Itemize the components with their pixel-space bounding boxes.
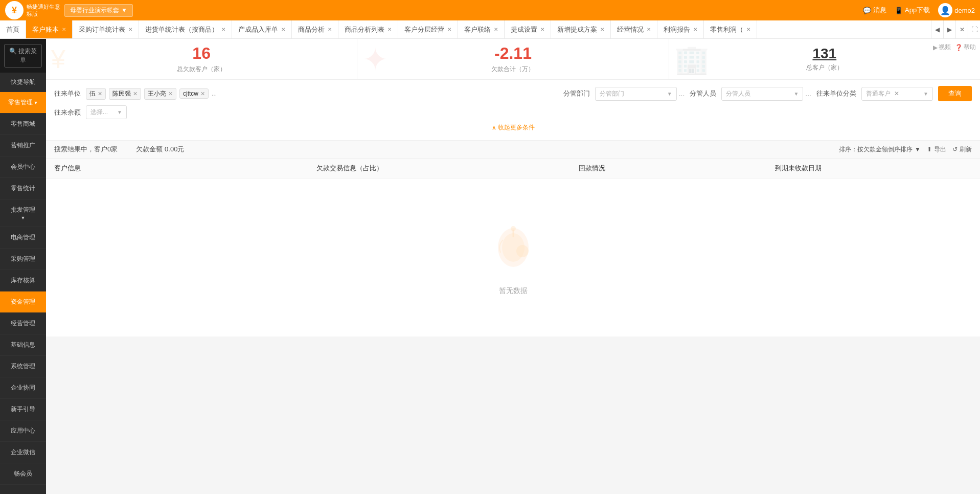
content-area: ¥ 16 总欠款客户（家） ✦ -2.11 欠款合计（万） 🏢 131 总客户（…: [46, 39, 980, 494]
close-category-tag[interactable]: ✕: [894, 90, 899, 97]
stat-debt-amount: ✦ -2.11 欠款合计（万）: [357, 39, 669, 79]
person-clear-btn[interactable]: ...: [805, 89, 811, 98]
svg-point-2: [516, 245, 529, 257]
filter-more-btn[interactable]: ...: [212, 90, 217, 97]
sidebar-item-retail-stats[interactable]: 零售统计: [0, 178, 46, 199]
close-tab-customer-segment[interactable]: ✕: [447, 27, 451, 32]
query-button[interactable]: 查询: [938, 86, 972, 101]
tab-improve-settings[interactable]: 提成设置 ✕: [505, 20, 551, 39]
close-tab-profit-report[interactable]: ✕: [693, 27, 697, 32]
stat-bg-icon-3: 🏢: [674, 42, 710, 76]
close-tab-product-analysis[interactable]: ✕: [328, 27, 332, 32]
sidebar-item-vip[interactable]: 畅会员: [0, 463, 46, 485]
col-header-repay: 回款情况: [579, 164, 776, 173]
tab-production-inbound[interactable]: 产成品入库单 ✕: [232, 20, 292, 39]
sidebar-item-inventory[interactable]: 库存核算: [0, 270, 46, 291]
empty-text: 暂无数据: [499, 286, 528, 296]
sidebar-item-member[interactable]: 会员中心: [0, 156, 46, 178]
nav-next-arrow[interactable]: ▶: [943, 20, 955, 39]
sidebar-item-finance[interactable]: 资金管理: [0, 291, 46, 313]
refresh-btn[interactable]: ↺ 刷新: [952, 145, 972, 154]
tab-product-analysis-list[interactable]: 商品分析列表 ✕: [338, 20, 398, 39]
account-dropdown[interactable]: 母婴行业演示帐套 ▼: [64, 4, 133, 17]
sidebar-item-business[interactable]: 经营管理: [0, 313, 46, 334]
sidebar-quick-nav[interactable]: 快捷导航: [0, 73, 46, 92]
sidebar-item-system[interactable]: 系统管理: [0, 356, 46, 377]
sidebar: 🔍 搜索菜单 快捷导航 零售管理 ▼ 零售商城 营销推广 会员中心 零售统计: [0, 39, 46, 494]
sidebar-search: 🔍 搜索菜单: [0, 39, 46, 73]
sidebar-item-new-guide[interactable]: 新手引导: [0, 399, 46, 420]
sidebar-item-ecommerce[interactable]: 电商管理: [0, 227, 46, 249]
account-dropdown-btn[interactable]: 母婴行业演示帐套 ▼: [64, 4, 133, 17]
close-tab-production-inbound[interactable]: ✕: [281, 27, 285, 32]
filter-category-select: 普通客户 ✕ ▼: [861, 87, 933, 101]
sidebar-item-enterprise-wx[interactable]: 企业微信: [0, 442, 46, 463]
search-menu-btn[interactable]: 🔍 搜索菜单: [4, 44, 42, 68]
collapse-btn[interactable]: ∧ 收起更多条件: [492, 123, 535, 132]
filter-area: 往来单位 伍 ✕ 陈民强 ✕ 王小亮 ✕: [46, 80, 980, 141]
dept-clear-btn[interactable]: ...: [679, 89, 685, 98]
filter-dept-select: 分管部门 ▼ ...: [595, 87, 685, 101]
close-tab-improve-settings[interactable]: ✕: [540, 27, 544, 32]
col-header-debt: 欠款交易信息（占比）: [316, 164, 579, 173]
app-download-btn[interactable]: 📱 App下载: [895, 6, 930, 15]
sidebar-item-enterprise[interactable]: 企业协同: [0, 377, 46, 399]
sidebar-item-app-center[interactable]: 应用中心: [0, 420, 46, 442]
search-icon: 🔍: [9, 48, 17, 55]
close-tab-retail-profit[interactable]: ✕: [746, 27, 750, 32]
tab-new-improve[interactable]: 新增提成方案 ✕: [551, 20, 611, 39]
tab-retail-profit[interactable]: 零售利润（ ✕: [704, 20, 757, 39]
nav-close-all[interactable]: ✕: [955, 20, 968, 39]
sidebar-item-wholesale[interactable]: 批发管理 ▼: [0, 199, 46, 227]
close-tab-business-status[interactable]: ✕: [647, 27, 651, 32]
close-tag-wu[interactable]: ✕: [98, 91, 102, 97]
close-tab-inbound-stats[interactable]: ✕: [221, 27, 225, 32]
user-menu[interactable]: 👤 demo2: [938, 3, 975, 17]
balance-select[interactable]: 选择... ▼: [86, 105, 127, 119]
results-info: 搜索结果中，客户0家 欠款金额 0.00元: [54, 145, 184, 154]
table: 客户信息 欠款交易信息（占比） 回款情况 到期未收款日期: [46, 159, 980, 336]
sidebar-item-retail-mall[interactable]: 零售商城: [0, 114, 46, 135]
dept-select-input[interactable]: 分管部门 ▼: [595, 87, 677, 101]
close-tab-customer-account[interactable]: ✕: [62, 27, 66, 32]
sidebar-item-basic-info[interactable]: 基础信息: [0, 334, 46, 356]
stat-bg-icon-1: ¥: [51, 44, 65, 74]
tab-inbound-stats[interactable]: 进货单统计表（按商品） ✕: [139, 20, 232, 39]
close-tag-wang[interactable]: ✕: [168, 91, 173, 97]
stat-total-customers2-value: 131: [812, 46, 836, 62]
message-btn[interactable]: 💬 消息: [863, 6, 886, 15]
close-tag-chen[interactable]: ✕: [133, 91, 138, 97]
tab-profit-report[interactable]: 利润报告 ✕: [657, 20, 704, 39]
tab-customer-segment[interactable]: 客户分层经营 ✕: [398, 20, 458, 39]
nav-prev-arrow[interactable]: ◀: [931, 20, 943, 39]
export-btn[interactable]: ⬆ 导出: [927, 145, 946, 154]
empty-state: 暂无数据: [46, 178, 980, 336]
top-bar-right: 💬 消息 📱 App下载 👤 demo2: [863, 3, 975, 17]
person-select-arrow: ▼: [793, 91, 799, 97]
nav-arrows: ◀ ▶ ✕ ⛶: [931, 20, 980, 39]
filter-person-label: 分管人员: [690, 89, 716, 98]
person-select-input[interactable]: 分管人员 ▼: [721, 87, 803, 101]
sidebar-item-marketing[interactable]: 营销推广: [0, 135, 46, 156]
filter-tag-chen: 陈民强 ✕: [109, 88, 141, 100]
video-help-btn[interactable]: ▶ 视频: [933, 43, 951, 52]
close-tab-customer-contact[interactable]: ✕: [494, 27, 498, 32]
tab-purchase-order[interactable]: 采购订单统计表 ✕: [73, 20, 139, 39]
tab-business-status[interactable]: 经营情况 ✕: [611, 20, 657, 39]
category-select-input[interactable]: 普通客户 ✕ ▼: [861, 87, 933, 101]
tab-product-analysis[interactable]: 商品分析 ✕: [292, 20, 338, 39]
close-tab-new-improve[interactable]: ✕: [600, 27, 604, 32]
tab-customer-contact[interactable]: 客户联络 ✕: [458, 20, 505, 39]
close-tab-purchase-order[interactable]: ✕: [128, 27, 132, 32]
close-tag-cjttcw[interactable]: ✕: [200, 91, 205, 97]
logo: ¥ 畅捷通好生意 标版: [5, 1, 60, 19]
tab-home[interactable]: 首页: [0, 20, 26, 39]
close-tab-product-analysis-list[interactable]: ✕: [388, 27, 392, 32]
sort-select[interactable]: 排序：按欠款金额倒序排序 ▼: [839, 145, 921, 154]
sidebar-item-retail[interactable]: 零售管理 ▼: [0, 92, 46, 114]
tab-customer-account[interactable]: 客户账本 ✕: [26, 20, 73, 39]
help-btn[interactable]: ❓ 帮助: [955, 43, 976, 52]
main-area: 🔍 搜索菜单 快捷导航 零售管理 ▼ 零售商城 营销推广 会员中心 零售统计: [0, 39, 980, 494]
nav-expand[interactable]: ⛶: [968, 20, 980, 39]
sidebar-item-purchase[interactable]: 采购管理: [0, 249, 46, 270]
